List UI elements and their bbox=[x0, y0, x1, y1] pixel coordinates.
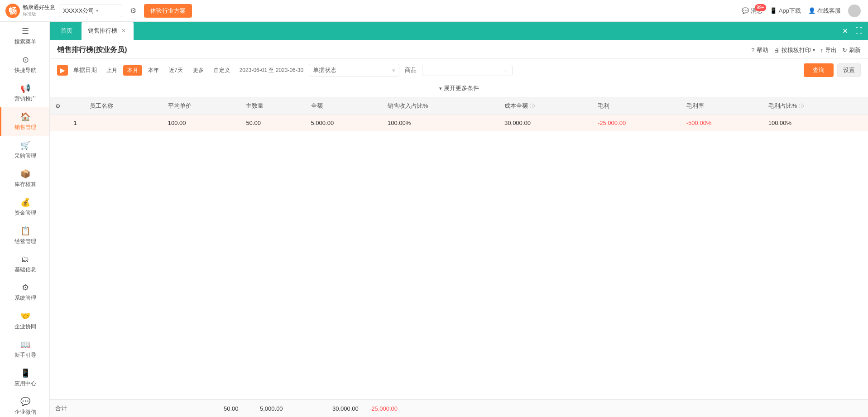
col-main-qty: 主数量 bbox=[240, 97, 305, 115]
goods-filter[interactable]: ··· bbox=[422, 65, 513, 76]
query-button[interactable]: 查询 bbox=[804, 63, 834, 77]
sidebar-label-sales: 销售管理 bbox=[14, 124, 36, 131]
search-orders-icon: ☰ bbox=[22, 26, 29, 36]
cost-info-icon[interactable]: ⓘ bbox=[530, 103, 535, 109]
sidebar-label-inventory: 库存核算 bbox=[14, 181, 36, 188]
settings-icon[interactable]: ⚙ bbox=[55, 103, 61, 110]
sidebar-label-app-center: 应用中心 bbox=[14, 380, 36, 388]
tab-bar: 首页 销售排行榜 ✕ ✕ ⛶ bbox=[50, 22, 868, 40]
sidebar-item-enterprise[interactable]: 🤝 企业协同 bbox=[0, 307, 49, 335]
help-label: 帮助 bbox=[757, 46, 768, 54]
sidebar-label-wechat: 企业微信 bbox=[14, 408, 36, 416]
last-month-btn[interactable]: 上月 bbox=[102, 65, 121, 76]
footer-label: 合计 bbox=[55, 404, 101, 412]
date-shortcuts: 上月 本月 本年 近7天 更多 自定义 bbox=[102, 65, 234, 76]
col-rank bbox=[66, 97, 84, 115]
sidebar-item-search-orders[interactable]: ☰ 搜索菜单 bbox=[0, 22, 49, 50]
custom-date-btn[interactable]: 自定义 bbox=[210, 65, 234, 76]
app-download-icon: 📱 bbox=[770, 7, 777, 14]
sidebar-item-wechat[interactable]: 💬 企业微信 bbox=[0, 392, 49, 417]
system-icon: ⚙ bbox=[22, 283, 29, 292]
window-maximize-icon[interactable]: ⛶ bbox=[854, 25, 864, 37]
sidebar-item-sales[interactable]: 🏠 销售管理 bbox=[0, 107, 49, 136]
gross-pct-info-icon[interactable]: ⓘ bbox=[799, 103, 804, 109]
sidebar-label-enterprise: 企业协同 bbox=[14, 323, 36, 331]
col-amount: 全额 bbox=[306, 97, 383, 115]
expand-label: 展开更多条件 bbox=[444, 84, 479, 92]
export-button[interactable]: ↑ 导出 bbox=[820, 46, 837, 54]
tab-sales-ranking[interactable]: 销售排行榜 ✕ bbox=[82, 22, 134, 40]
expand-more-button[interactable]: ▾ 展开更多条件 bbox=[439, 84, 479, 92]
col-avg-price: 平均单价 bbox=[163, 97, 241, 115]
cell-gross-rate: -500.00% bbox=[681, 115, 763, 131]
top-bar-right: 💬 消息 99+ 📱 App下载 👤 在线客服 bbox=[742, 5, 863, 17]
enterprise-icon: 🤝 bbox=[20, 311, 30, 321]
status-filter-chevron: ▾ bbox=[392, 67, 395, 74]
sidebar-item-system[interactable]: ⚙ 系统管理 bbox=[0, 278, 49, 307]
message-button[interactable]: 💬 消息 99+ bbox=[742, 7, 762, 15]
finance-icon: 💰 bbox=[20, 197, 30, 207]
sidebar-item-operations[interactable]: 📋 经营管理 bbox=[0, 221, 49, 250]
this-month-btn[interactable]: 本月 bbox=[123, 65, 142, 76]
filter-arrow-button[interactable]: ▶ bbox=[57, 65, 68, 76]
app-download-button[interactable]: 📱 App下载 bbox=[770, 7, 801, 15]
sidebar-item-purchase[interactable]: 🛒 采购管理 bbox=[0, 136, 49, 164]
logo: 畅 畅康通好生意 标准版 bbox=[5, 4, 55, 18]
basic-info-icon: 🗂 bbox=[21, 254, 29, 264]
sidebar-label-guide: 新手引导 bbox=[14, 351, 36, 359]
page-header: 销售排行榜(按业务员) ? 帮助 🖨 按模板打印 ▾ ↑ 导出 bbox=[50, 40, 868, 59]
col-settings: ⚙ bbox=[50, 97, 66, 115]
date-filter-label: 单据日期 bbox=[73, 66, 97, 74]
help-button[interactable]: ? 帮助 bbox=[751, 46, 768, 54]
sidebar-item-marketing[interactable]: 📢 营销推广 bbox=[0, 79, 49, 107]
cell-gross: -25,000.00 bbox=[592, 115, 681, 131]
print-button[interactable]: 🖨 按模板打印 ▾ bbox=[774, 46, 815, 54]
status-filter[interactable]: 单据状态 ▾ bbox=[309, 64, 399, 77]
table-header-row: ⚙ 员工名称 平均单价 主数量 bbox=[50, 97, 868, 115]
window-close-icon[interactable]: ✕ bbox=[840, 25, 850, 37]
app-download-label: App下载 bbox=[779, 7, 801, 15]
marketing-icon: 📢 bbox=[20, 83, 30, 93]
cell-settings bbox=[50, 115, 66, 131]
online-service-button[interactable]: 👤 在线客服 bbox=[808, 7, 841, 15]
avatar-area[interactable] bbox=[848, 5, 863, 17]
cell-rank: 1 bbox=[66, 115, 84, 131]
message-icon: 💬 bbox=[742, 7, 749, 14]
table-area: ⚙ 员工名称 平均单价 主数量 bbox=[50, 97, 868, 399]
refresh-button[interactable]: ↻ 刷新 bbox=[842, 46, 861, 54]
tab-close-icon[interactable]: ✕ bbox=[120, 27, 127, 34]
settings-icon[interactable]: ⚙ bbox=[126, 4, 140, 18]
col-gross: 毛利 bbox=[592, 97, 681, 115]
col-employee-name: 员工名称 bbox=[84, 97, 163, 115]
wechat-icon: 💬 bbox=[20, 397, 30, 407]
sidebar-label-search-orders: 搜索菜单 bbox=[14, 38, 36, 46]
logo-text: 畅康通好生意 bbox=[23, 4, 55, 11]
tab-home[interactable]: 首页 bbox=[53, 22, 80, 40]
sidebar-item-guide[interactable]: 📖 新手引导 bbox=[0, 335, 49, 364]
table-footer: 合计 50.00 5,000.00 30,000.00 -25,000.00 bbox=[50, 399, 868, 417]
more-date-btn[interactable]: 更多 bbox=[189, 65, 208, 76]
company-selector[interactable]: XXXXX公司 ▾ bbox=[59, 5, 122, 17]
goods-filter-label: 商品 bbox=[405, 66, 417, 74]
ranking-table: ⚙ 员工名称 平均单价 主数量 bbox=[50, 97, 868, 131]
settings-button[interactable]: 设置 bbox=[837, 63, 861, 77]
inventory-icon: 📦 bbox=[20, 169, 30, 179]
col-cost: 成本全额 ⓘ bbox=[499, 97, 592, 115]
company-name: XXXXX公司 bbox=[63, 7, 94, 15]
sales-icon: 🏠 bbox=[20, 112, 30, 122]
sidebar-item-basic-info[interactable]: 🗂 基础信息 bbox=[0, 250, 49, 278]
page-header-actions: ? 帮助 🖨 按模板打印 ▾ ↑ 导出 ↻ 刷新 bbox=[751, 46, 861, 54]
expand-more-row: ▾ 展开更多条件 bbox=[57, 77, 861, 92]
footer-cost: 30,000.00 bbox=[327, 405, 364, 412]
refresh-icon: ↻ bbox=[842, 47, 847, 53]
trial-button[interactable]: 体验行业方案 bbox=[144, 4, 192, 18]
sidebar-item-finance[interactable]: 💰 资金管理 bbox=[0, 193, 49, 221]
sidebar-item-quick-nav[interactable]: ⊙ 快捷导航 bbox=[0, 50, 49, 79]
print-dropdown-icon: ▾ bbox=[813, 48, 815, 53]
operations-icon: 📋 bbox=[20, 226, 30, 236]
sidebar-item-app-center[interactable]: 📱 应用中心 bbox=[0, 364, 49, 392]
last-7-days-btn[interactable]: 近7天 bbox=[165, 65, 187, 76]
sidebar-label-basic-info: 基础信息 bbox=[14, 266, 36, 273]
sidebar-item-inventory[interactable]: 📦 库存核算 bbox=[0, 164, 49, 193]
this-year-btn[interactable]: 本年 bbox=[144, 65, 163, 76]
